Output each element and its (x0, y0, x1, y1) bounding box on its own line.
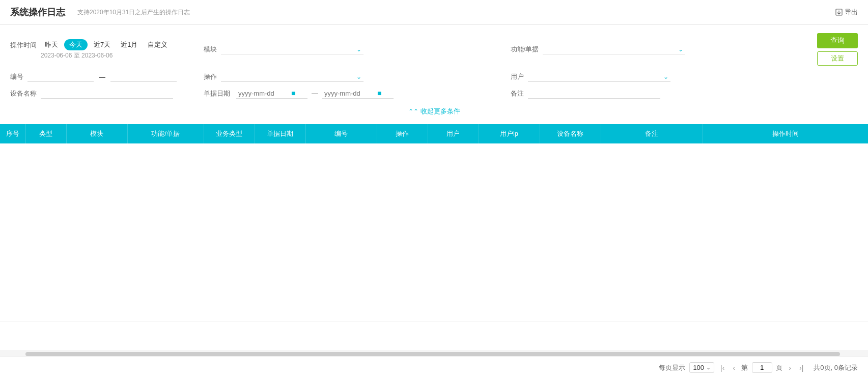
scroll-thumb[interactable] (25, 352, 840, 356)
col-date: 单据日期 (255, 124, 305, 143)
func-arrow-icon: ⌄ (678, 46, 683, 53)
user-select[interactable]: ⌄ (528, 72, 670, 82)
date-dash: — (312, 90, 318, 97)
data-table: 序号 类型 模块 功能/单据 业务类型 单据日期 编号 操作 用户 用户ip 设… (0, 124, 868, 322)
page-first-button[interactable]: |‹ (718, 363, 726, 373)
table-body (0, 143, 868, 322)
col-module: 模块 (66, 124, 127, 143)
col-biz-type: 业务类型 (204, 124, 255, 143)
page-size-select[interactable]: 100 ⌄ (689, 362, 714, 373)
time-btn-yesterday[interactable]: 昨天 (41, 39, 62, 50)
func-label: 功能/单据 (511, 45, 539, 54)
remark-label: 备注 (511, 89, 524, 98)
page-title: 系统操作日志 (10, 6, 65, 18)
col-number: 编号 (305, 124, 377, 143)
export-icon (835, 9, 843, 16)
page-label: 第 (741, 364, 748, 371)
table-header-row: 序号 类型 模块 功能/单据 业务类型 单据日期 编号 操作 用户 用户ip 设… (0, 124, 868, 143)
user-label: 用户 (511, 72, 524, 81)
remark-input[interactable] (528, 89, 660, 99)
time-btn-custom[interactable]: 自定义 (144, 39, 172, 50)
main-content: 序号 类型 模块 功能/单据 业务类型 单据日期 编号 操作 用户 用户ip 设… (0, 124, 868, 378)
date-input-to[interactable]: ■ (322, 88, 394, 99)
table-header: 序号 类型 模块 功能/单据 业务类型 单据日期 编号 操作 用户 用户ip 设… (0, 124, 868, 143)
calendar-to-icon[interactable]: ■ (377, 89, 381, 97)
pagination: 每页显示 100 ⌄ |‹ ‹ 第 页 › ›| 共0页, 0条记录 (0, 357, 868, 378)
number-dash: — (99, 73, 105, 81)
time-btn-7days[interactable]: 近7天 (90, 39, 115, 50)
export-button[interactable]: 导出 (835, 8, 858, 17)
number-input-to[interactable] (110, 72, 177, 82)
operation-arrow-icon: ⌄ (356, 73, 361, 80)
date-input-from[interactable]: ■ (236, 88, 307, 99)
filter-area: 操作时间 昨天 今天 近7天 近1月 自定义 2023-06-06 至 2023… (0, 25, 868, 124)
device-input[interactable] (41, 89, 173, 99)
number-input-from[interactable] (27, 72, 94, 82)
date-from-field[interactable] (238, 90, 289, 97)
total-info: 共0页, 0条记录 (814, 363, 858, 372)
filter-row-2: 编号 — 操作 ⌄ 用户 ⌄ (10, 72, 858, 82)
time-section: 昨天 今天 近7天 近1月 自定义 2023-06-06 至 2023-06-0… (41, 39, 172, 60)
page-info: 第 页 (741, 362, 782, 373)
collapse-label: 收起更多条件 (421, 107, 460, 116)
user-arrow-icon: ⌄ (663, 73, 668, 80)
page-last-button[interactable]: ›| (797, 363, 805, 373)
page-header: 系统操作日志 支持2020年10月31日之后产生的操作日志 导出 (0, 0, 868, 25)
page-container: 系统操作日志 支持2020年10月31日之后产生的操作日志 导出 操作时间 昨天… (0, 0, 868, 378)
collapse-button[interactable]: ⌃⌃ 收起更多条件 (408, 107, 460, 116)
time-btn-1month[interactable]: 近1月 (117, 39, 142, 50)
col-index: 序号 (0, 124, 25, 143)
col-operation: 操作 (377, 124, 428, 143)
time-label: 操作时间 (10, 41, 37, 50)
col-user: 用户 (428, 124, 479, 143)
page-size-value: 100 (693, 364, 704, 371)
page-unit: 页 (776, 364, 782, 371)
module-select[interactable]: ⌄ (221, 45, 363, 54)
module-label: 模块 (204, 45, 217, 54)
time-buttons: 昨天 今天 近7天 近1月 自定义 (41, 39, 172, 50)
col-func: 功能/单据 (127, 124, 204, 143)
query-button[interactable]: 查询 (817, 33, 858, 48)
func-select[interactable]: ⌄ (543, 45, 685, 54)
page-prev-button[interactable]: ‹ (731, 363, 737, 373)
page-size-arrow-icon: ⌄ (706, 364, 711, 371)
horizontal-scrollbar[interactable] (0, 351, 868, 357)
number-label: 编号 (10, 72, 23, 81)
module-arrow-icon: ⌄ (356, 46, 361, 53)
col-op-time: 操作时间 (703, 124, 868, 143)
time-btn-today[interactable]: 今天 (64, 39, 88, 50)
device-label: 设备名称 (10, 89, 37, 98)
table-container: 序号 类型 模块 功能/单据 业务类型 单据日期 编号 操作 用户 用户ip 设… (0, 124, 868, 351)
collapse-row: ⌃⌃ 收起更多条件 (10, 105, 858, 120)
operation-select[interactable]: ⌄ (221, 72, 363, 82)
col-device: 设备名称 (540, 124, 601, 143)
collapse-icon: ⌃⌃ (408, 108, 418, 115)
filter-row-1: 操作时间 昨天 今天 近7天 近1月 自定义 2023-06-06 至 2023… (10, 33, 858, 66)
settings-button[interactable]: 设置 (817, 51, 858, 66)
page-input[interactable] (752, 362, 772, 373)
page-size-label: 每页显示 (659, 363, 685, 372)
time-range: 2023-06-06 至 2023-06-06 (41, 51, 172, 60)
col-type: 类型 (25, 124, 66, 143)
export-label: 导出 (845, 8, 858, 17)
date-to-field[interactable] (324, 90, 375, 97)
date-label: 单据日期 (204, 89, 232, 98)
page-subtitle: 支持2020年10月31日之后产生的操作日志 (77, 8, 190, 17)
calendar-from-icon[interactable]: ■ (291, 89, 295, 97)
action-buttons: 查询 设置 (817, 33, 858, 66)
empty-cell (0, 143, 868, 322)
col-remark: 备注 (601, 124, 703, 143)
page-next-button[interactable]: › (787, 363, 793, 373)
filter-row-3: 设备名称 单据日期 ■ — ■ 备注 (10, 88, 858, 99)
operation-label: 操作 (204, 72, 217, 81)
col-user-ip: 用户ip (479, 124, 540, 143)
empty-row (0, 143, 868, 322)
